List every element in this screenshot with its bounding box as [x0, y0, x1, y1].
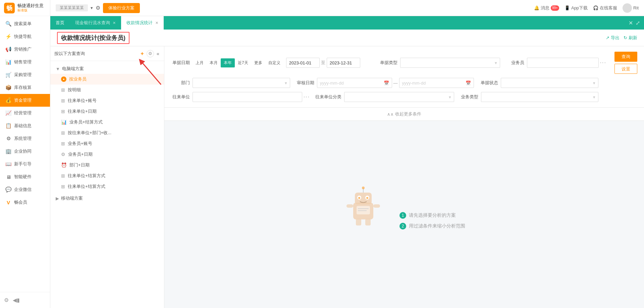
scheme-item-partner-settle1[interactable]: ⊞ 往来单位+结算方式	[50, 170, 164, 181]
doc-status-chevron: ▾	[593, 81, 595, 86]
header-dropdown-icon[interactable]: ▾	[91, 5, 93, 10]
scheme-item-by-salesperson[interactable]: ● 按业务员	[50, 74, 164, 85]
sidebar-item-starter[interactable]: 📖 新手引导	[0, 158, 50, 170]
finance-icon: 💰	[5, 97, 11, 103]
collapse-label: 收起更多条件	[395, 111, 421, 117]
salesperson-account-scheme-icon: ⊞	[61, 141, 65, 146]
refresh-button[interactable]: ↻ 刷新	[624, 35, 637, 41]
add-scheme-button[interactable]: +	[140, 50, 144, 57]
sidebar-item-smart-hw[interactable]: 🖥 智能硬件	[0, 170, 50, 183]
logo-area: 畅 畅捷通好生意 标准版	[0, 0, 50, 16]
tab-receipt-stats-close[interactable]: ✕	[155, 21, 158, 25]
header-settings-icon[interactable]: ⚙	[96, 5, 100, 11]
tab-expand-icon[interactable]: ⤢	[636, 20, 640, 26]
field-date: 单据日期 上月 本月 本年 近7天 更多 自定义 至	[171, 58, 373, 68]
scheme-section-desktop-title[interactable]: ▼ 电脑端方案	[50, 64, 164, 74]
scheme-item-salesperson-account[interactable]: ⊞ 业务员+账号	[50, 138, 164, 149]
sidebar-item-inventory[interactable]: 📦 库存核算	[0, 81, 50, 94]
sidebar-item-system[interactable]: ⚙ 系统管理	[0, 132, 50, 145]
partner-date-scheme-icon: ⊞	[61, 109, 65, 114]
tab-home[interactable]: 首页	[50, 16, 70, 30]
trial-button[interactable]: 体验行业方案	[103, 3, 140, 13]
date-btn-this-year[interactable]: 本年	[221, 58, 235, 67]
partner-dept-recv-scheme-icon: ⊞	[61, 130, 65, 136]
app-logo-icon: 畅	[4, 3, 15, 13]
sidebar-item-finance[interactable]: 💰 资金管理	[0, 94, 50, 107]
date-start-input[interactable]	[286, 58, 320, 68]
app-download-btn[interactable]: 📱 App下载	[565, 5, 588, 11]
review-date-start-value: yyyy-mm-dd	[320, 81, 344, 86]
salesperson-input[interactable]	[527, 58, 599, 68]
scheme-item-label: 按往来单位+部门+收...	[68, 130, 111, 136]
user-area[interactable]: Rit	[623, 3, 639, 13]
date-label: 单据日期	[171, 60, 190, 66]
date-end-input[interactable]	[327, 58, 360, 68]
sidebar-item-wechat[interactable]: 💬 企业微信	[0, 183, 50, 196]
purchase-icon: 🛒	[5, 72, 11, 78]
sidebar-item-purchase[interactable]: 🛒 采购管理	[0, 68, 50, 81]
scheme-tree: ▼ 电脑端方案 ● 按业务员 ⊞ 按明细 ⊞	[50, 61, 164, 308]
scheme-item-label: 业务员+日期	[68, 151, 93, 157]
export-label: 导出	[611, 35, 620, 41]
sidebar-item-quick-nav[interactable]: ⚡ 快捷导航	[0, 30, 50, 43]
sidebar-item-basic-info[interactable]: 📋 基础信息	[0, 119, 50, 132]
date-btn-7days[interactable]: 近7天	[235, 58, 251, 67]
sidebar-item-label: 经营管理	[14, 110, 32, 116]
tip-text-2: 用过滤条件来缩小分析范围	[409, 223, 465, 229]
query-button[interactable]: 查询	[614, 52, 637, 62]
partner-input[interactable]	[193, 92, 302, 102]
tab-receipt-stats[interactable]: 收款情况统计 ✕	[121, 16, 164, 30]
scheme-item-salesperson-date[interactable]: ⚙ 业务员+日期	[50, 149, 164, 160]
salesperson-date-scheme-icon: ⚙	[61, 152, 65, 157]
calendar-icon-start: 📅	[384, 81, 389, 86]
sidebar-item-sales[interactable]: 📊 销售管理	[0, 56, 50, 68]
scheme-item-dept-date[interactable]: ⏰ 部门+日期	[50, 160, 164, 170]
sidebar-item-enterprise[interactable]: 🏢 企业协同	[0, 145, 50, 158]
scheme-item-label: 往来单位+结算方式	[68, 173, 105, 179]
footer-settings-icon[interactable]: ⚙	[4, 297, 9, 303]
panel-collapse-icon[interactable]: «	[156, 50, 160, 57]
tab-receipt-stats-label: 收款情况统计	[126, 20, 153, 26]
export-button[interactable]: ↗ 导出	[606, 35, 620, 41]
scheme-section-mobile-title[interactable]: ▶ 移动端方案	[50, 193, 164, 203]
svg-point-9	[362, 187, 365, 189]
sidebar-item-search-menu[interactable]: 🔍 搜索菜单	[0, 17, 50, 30]
sidebar-item-operation[interactable]: 📈 经营管理	[0, 107, 50, 119]
wechat-icon: 💬	[5, 187, 11, 193]
date-btn-custom[interactable]: 自定义	[265, 58, 283, 67]
collapse-bar[interactable]: ∧∧ 收起更多条件	[164, 108, 644, 121]
scheme-item-partner-dept-recv[interactable]: ⊞ 按往来单位+部门+收...	[50, 127, 164, 138]
footer-collapse-icon[interactable]: ◀▮	[13, 297, 20, 303]
tab-bank-flow-close[interactable]: ✕	[113, 21, 116, 25]
salesperson-more-icon[interactable]: ···	[600, 60, 606, 66]
scheme-item-partner-date[interactable]: ⊞ 往来单位+日期	[50, 106, 164, 117]
page-content: 收款情况统计(按业务员) ↗ 导出 ↻ 刷新 按以下方案查询 +	[50, 30, 644, 308]
review-date-end[interactable]: yyyy-mm-dd 📅	[399, 78, 474, 88]
online-service-btn[interactable]: 🎧 在线客服	[593, 5, 617, 11]
review-date-start[interactable]: yyyy-mm-dd 📅	[317, 78, 392, 88]
tab-close-all-icon[interactable]: ✕	[629, 20, 633, 26]
scheme-item-partner-settle2[interactable]: ⊞ 往来单位+结算方式	[50, 181, 164, 192]
scheme-settings-icon[interactable]: ⚙	[147, 50, 154, 57]
business-type-select[interactable]: ▾	[481, 92, 598, 102]
notification-btn[interactable]: 🔔 消息 99+	[534, 5, 559, 11]
sidebar-item-member[interactable]: V 畅会员	[0, 196, 50, 209]
settings-button[interactable]: 设置	[614, 64, 637, 74]
partner-category-select[interactable]: ▾	[344, 92, 454, 102]
date-btn-this-month[interactable]: 本月	[207, 58, 221, 67]
dept-select[interactable]: ▾	[193, 78, 290, 88]
field-review-date: 审核日期 yyyy-mm-dd 📅 — yyyy-mm-dd 📅	[296, 78, 474, 88]
date-btn-more[interactable]: 更多	[251, 58, 265, 67]
scheme-item-partner-account[interactable]: ⊞ 往来单位+账号	[50, 95, 164, 106]
scheme-item-salesperson-settle[interactable]: 📊 业务员+结算方式	[50, 117, 164, 127]
date-btn-last-month[interactable]: 上月	[193, 58, 207, 67]
sidebar-item-label: 搜索菜单	[14, 21, 32, 27]
doc-status-select[interactable]: ▾	[501, 78, 598, 88]
partner-more-icon[interactable]: ···	[304, 94, 310, 100]
download-icon: 📱	[565, 5, 570, 10]
form-row-1: 单据日期 上月 本月 本年 近7天 更多 自定义 至	[171, 52, 637, 74]
scheme-item-by-detail[interactable]: ⊞ 按明细	[50, 85, 164, 95]
sidebar-item-marketing[interactable]: 📢 营销推广	[0, 43, 50, 56]
doc-type-select[interactable]: ▾	[400, 58, 500, 68]
tab-bank-flow[interactable]: 现金银行流水查询 ✕	[70, 16, 121, 30]
